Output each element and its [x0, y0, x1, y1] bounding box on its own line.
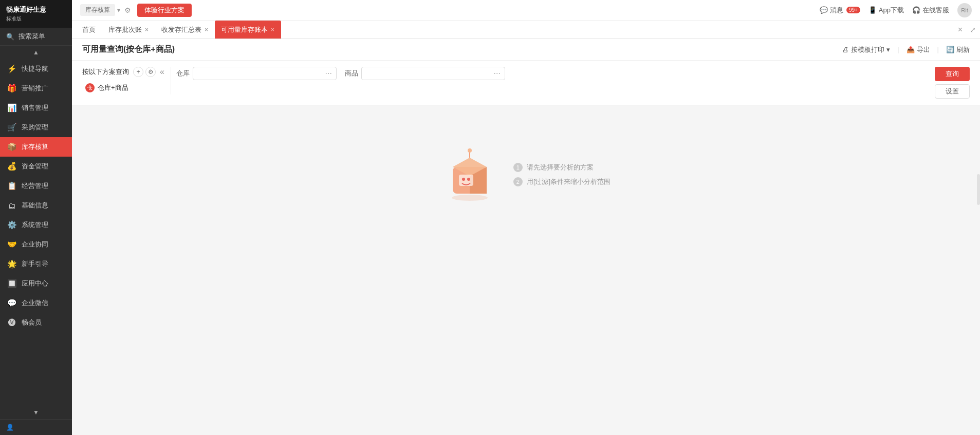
nav-label-finance: 资金管理	[22, 162, 48, 171]
svg-point-0	[452, 195, 488, 201]
sidebar-scroll-up[interactable]: ▲	[0, 46, 72, 59]
sidebar-item-marketing[interactable]: 🎁 营销推广	[0, 79, 72, 98]
tab-receive-summary-close[interactable]: ×	[205, 26, 208, 33]
query-button[interactable]: 查询	[935, 67, 970, 81]
product-input[interactable]	[366, 70, 492, 78]
nav-icon-wechat: 💬	[7, 298, 16, 308]
message-label: 消息	[830, 6, 843, 15]
headset-icon: 🎧	[912, 6, 920, 14]
nav-label-basics: 基础信息	[22, 201, 48, 210]
sidebar-item-sales[interactable]: 📊 销售管理	[0, 98, 72, 118]
app-label: App下载	[879, 6, 904, 15]
print-template-button[interactable]: 🖨 按模板打印 ▾	[842, 45, 890, 54]
export-button[interactable]: 📤 导出	[907, 45, 930, 54]
product-dots[interactable]: ···	[494, 69, 501, 78]
sidebar-item-system[interactable]: ⚙️ 系统管理	[0, 215, 72, 235]
scheme-settings-button[interactable]: ⚙	[145, 67, 156, 77]
tab-receive-summary[interactable]: 收发存汇总表 ×	[155, 21, 215, 39]
sidebar: 畅康通好生意 标准版 🔍 搜索菜单 ▲ ⚡ 快捷导航 🎁 营销推广 📊 销售管理…	[0, 0, 72, 435]
online-service-button[interactable]: 🎧 在线客服	[912, 6, 949, 15]
scheme-item-label: 仓库+商品	[98, 83, 128, 92]
filter-scheme-label: 按以下方案查询	[82, 67, 129, 77]
tab-expand-icon[interactable]: ⤢	[970, 26, 976, 34]
refresh-button[interactable]: 🔄 刷新	[946, 45, 970, 54]
tab-close-all-icon[interactable]: ×	[955, 25, 966, 34]
topbar-gear-icon[interactable]: ⚙	[124, 6, 131, 14]
refresh-icon: 🔄	[946, 46, 954, 53]
sidebar-item-member[interactable]: 🅥 畅会员	[0, 313, 72, 332]
sidebar-item-quick-nav[interactable]: ⚡ 快捷导航	[0, 59, 72, 79]
sidebar-item-inventory[interactable]: 📦 库存核算	[0, 137, 72, 157]
avatar[interactable]: Rit	[957, 3, 972, 17]
nav-icon-sales: 📊	[7, 103, 16, 112]
tab-batch-account-close[interactable]: ×	[145, 26, 149, 33]
sidebar-item-basics[interactable]: 🗂 基础信息	[0, 196, 72, 215]
warehouse-input[interactable]	[197, 70, 323, 78]
scheme-add-button[interactable]: +	[133, 67, 143, 77]
product-label: 商品	[345, 69, 358, 78]
topbar-chevron-icon: ▾	[117, 7, 120, 14]
warehouse-dots[interactable]: ···	[325, 69, 332, 78]
empty-tip-1: 1 请先选择要分析的方案	[513, 163, 611, 172]
app-download-button[interactable]: 📱 App下载	[868, 6, 904, 15]
message-badge: 99+	[846, 7, 860, 13]
filter-row: 仓库 ··· 商品 ···	[176, 67, 929, 80]
sidebar-item-operations[interactable]: 📋 经营管理	[0, 176, 72, 196]
tabs-bar: 首页 库存批次账 × 收发存汇总表 × 可用量库存账本 × × ⤢	[72, 21, 980, 39]
sidebar-item-purchase[interactable]: 🛒 采购管理	[0, 118, 72, 137]
nav-icon-operations: 📋	[7, 181, 16, 191]
nav-label-guide: 新手引导	[22, 259, 48, 269]
warehouse-label: 仓库	[176, 69, 190, 78]
page-content: 可用量查询(按仓库+商品) 🖨 按模板打印 ▾ | 📤 导出 | 🔄 刷新	[72, 39, 980, 435]
sidebar-item-finance[interactable]: 💰 资金管理	[0, 157, 72, 176]
tab-batch-account-label: 库存批次账	[108, 25, 142, 34]
sidebar-item-apps[interactable]: 🔲 应用中心	[0, 274, 72, 293]
search-label: 搜索菜单	[19, 32, 45, 41]
scheme-collapse-button[interactable]: «	[160, 67, 164, 77]
nav-label-sales: 销售管理	[22, 103, 48, 112]
industry-solution-button[interactable]: 体验行业方案	[137, 4, 192, 17]
warehouse-input-wrap[interactable]: ···	[193, 67, 337, 80]
sidebar-nav: ⚡ 快捷导航 🎁 营销推广 📊 销售管理 🛒 采购管理 📦 库存核算 💰 资金管…	[0, 59, 72, 406]
sidebar-search[interactable]: 🔍 搜索菜单	[0, 28, 72, 46]
nav-icon-system: ⚙️	[7, 220, 16, 230]
tab-available-stock[interactable]: 可用量库存账本 ×	[215, 21, 281, 39]
svg-point-6	[467, 178, 470, 181]
tip-num-2: 2	[513, 177, 523, 186]
message-button[interactable]: 💬 消息 99+	[820, 6, 860, 15]
scheme-action-icons: + ⚙	[133, 67, 156, 77]
app-icon: 📱	[868, 6, 877, 14]
message-icon: 💬	[820, 6, 828, 14]
nav-icon-purchase: 🛒	[7, 123, 16, 132]
empty-tip-2: 2 用[过滤]条件来缩小分析范围	[513, 177, 611, 186]
product-input-wrap[interactable]: ···	[361, 67, 505, 80]
sidebar-footer[interactable]: 👤	[0, 419, 72, 435]
nav-icon-guide: 🌟	[7, 259, 16, 269]
avatar-text: Rit	[961, 7, 968, 13]
sidebar-footer-icon: 👤	[6, 424, 14, 431]
settings-button[interactable]: 设置	[935, 84, 970, 99]
main-wrap: 库存核算 ▾ ⚙ 体验行业方案 💬 消息 99+ 📱 App下载 🎧 在线客服 …	[72, 0, 980, 435]
right-scrollbar[interactable]	[977, 174, 980, 205]
scheme-item-warehouse-product[interactable]: 仓 仓库+商品	[82, 81, 164, 94]
tab-home[interactable]: 首页	[76, 21, 102, 39]
action-divider-2: |	[937, 46, 939, 53]
empty-tips: 1 请先选择要分析的方案 2 用[过滤]条件来缩小分析范围	[513, 163, 611, 186]
print-label: 按模板打印	[851, 45, 884, 54]
sidebar-scroll-down[interactable]: ▼	[0, 406, 72, 419]
sidebar-item-guide[interactable]: 🌟 新手引导	[0, 254, 72, 274]
export-icon: 📤	[907, 46, 915, 53]
nav-icon-marketing: 🎁	[7, 84, 16, 93]
tab-available-stock-label: 可用量库存账本	[221, 25, 268, 34]
nav-label-member: 畅会员	[22, 318, 42, 327]
nav-icon-apps: 🔲	[7, 279, 16, 288]
svg-point-5	[462, 178, 465, 181]
sidebar-item-wechat[interactable]: 💬 企业微信	[0, 293, 72, 313]
tab-available-stock-close[interactable]: ×	[271, 26, 274, 33]
tab-batch-account[interactable]: 库存批次账 ×	[102, 21, 155, 39]
brand-sub: 标准版	[6, 15, 66, 23]
tab-home-label: 首页	[82, 25, 96, 34]
topbar-breadcrumb: 库存核算	[80, 4, 115, 16]
nav-label-wechat: 企业微信	[22, 298, 48, 308]
sidebar-item-enterprise[interactable]: 🤝 企业协同	[0, 235, 72, 254]
